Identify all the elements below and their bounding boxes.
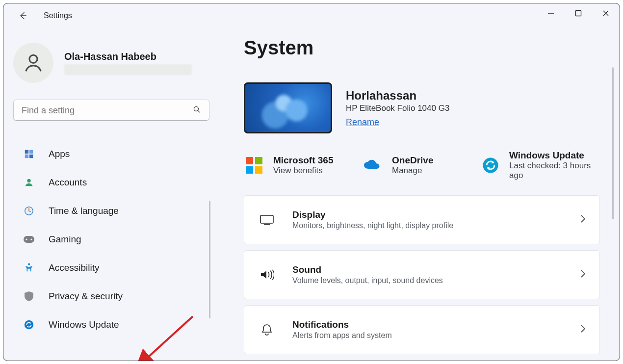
sidebar: Ola-Hassan Habeeb Apps — [3, 28, 229, 361]
search-icon — [192, 105, 201, 116]
svg-point-18 — [483, 157, 498, 173]
search-field[interactable] — [13, 100, 209, 121]
desktop-wallpaper-thumbnail — [244, 82, 332, 133]
display-icon — [258, 214, 276, 225]
card-sound[interactable]: Sound Volume levels, output, input, soun… — [244, 250, 600, 299]
card-subtitle: Volume levels, output, input, sound devi… — [292, 276, 563, 285]
avatar — [13, 43, 53, 83]
card-title: Display — [292, 209, 563, 220]
tile-windows-update[interactable]: Windows Update Last checked: 3 hours ago — [481, 150, 600, 181]
svg-rect-4 — [29, 150, 33, 154]
sidebar-item-time-language[interactable]: Time & language — [13, 199, 219, 223]
user-email-redacted — [64, 64, 192, 75]
tile-title: Windows Update — [509, 150, 600, 161]
apps-icon — [22, 147, 36, 161]
window-controls — [537, 3, 620, 23]
update-icon — [481, 155, 500, 176]
window-title: Settings — [44, 11, 72, 20]
device-summary[interactable]: Horlahassan HP EliteBook Folio 1040 G3 R… — [244, 82, 600, 133]
svg-point-12 — [28, 263, 30, 265]
microsoft-logo-icon — [244, 155, 264, 176]
bell-icon — [258, 323, 276, 336]
svg-rect-17 — [255, 166, 262, 174]
sidebar-item-label: Time & language — [49, 206, 119, 216]
svg-rect-14 — [246, 157, 253, 164]
svg-point-11 — [30, 238, 32, 240]
sidebar-item-label: Accounts — [49, 177, 87, 188]
sidebar-item-label: Windows Update — [49, 319, 119, 330]
minimize-icon — [547, 10, 554, 17]
svg-point-7 — [27, 179, 30, 182]
card-subtitle: Alerts from apps and system — [292, 331, 563, 340]
svg-rect-19 — [260, 215, 273, 223]
svg-rect-0 — [576, 11, 581, 16]
card-notifications[interactable]: Notifications Alerts from apps and syste… — [244, 305, 600, 354]
svg-point-10 — [26, 238, 27, 240]
card-display[interactable]: Display Monitors, brightness, night ligh… — [244, 195, 600, 244]
maximize-button[interactable] — [565, 3, 592, 23]
settings-cards: Display Monitors, brightness, night ligh… — [244, 195, 600, 354]
tile-onedrive[interactable]: OneDrive Manage — [363, 150, 461, 181]
titlebar: Settings — [3, 3, 620, 28]
sidebar-item-accounts[interactable]: Accounts — [13, 170, 219, 195]
back-button[interactable] — [13, 6, 33, 26]
card-title: Notifications — [292, 319, 563, 330]
sidebar-item-label: Accessibility — [49, 262, 99, 273]
rename-link[interactable]: Rename — [346, 117, 449, 128]
search-input[interactable] — [21, 105, 202, 116]
sidebar-item-accessibility[interactable]: Accessibility — [13, 256, 219, 280]
user-icon — [22, 52, 45, 74]
sidebar-item-gaming[interactable]: Gaming — [13, 227, 219, 252]
svg-rect-3 — [25, 150, 28, 154]
chevron-right-icon — [580, 269, 586, 280]
sidebar-item-privacy-security[interactable]: Privacy & security — [13, 284, 219, 309]
page-title: System — [244, 37, 600, 59]
user-account-row[interactable]: Ola-Hassan Habeeb — [13, 43, 219, 83]
svg-point-2 — [194, 106, 198, 111]
gamepad-icon — [22, 233, 36, 246]
sidebar-item-apps[interactable]: Apps — [13, 142, 219, 166]
device-name: Horlahassan — [346, 89, 449, 103]
svg-rect-15 — [255, 157, 262, 164]
sidebar-item-windows-update[interactable]: Windows Update — [13, 312, 219, 337]
settings-window: Settings Ola-Hassan Habeeb — [3, 3, 620, 361]
user-name: Ola-Hassan Habeeb — [64, 51, 219, 62]
sidebar-scrollbar[interactable] — [209, 201, 210, 318]
sound-icon — [258, 269, 276, 281]
main-panel: System Horlahassan HP EliteBook Folio 10… — [229, 28, 620, 361]
sidebar-item-label: Privacy & security — [49, 291, 123, 302]
device-model: HP EliteBook Folio 1040 G3 — [346, 104, 449, 113]
sidebar-item-label: Gaming — [49, 234, 81, 245]
svg-point-13 — [25, 320, 33, 329]
minimize-button[interactable] — [537, 3, 565, 23]
accounts-icon — [22, 176, 36, 189]
chevron-right-icon — [580, 324, 586, 335]
nav-list: Apps Accounts Time & language — [13, 142, 219, 337]
accessibility-icon — [22, 261, 36, 275]
update-icon — [22, 318, 36, 332]
svg-rect-9 — [24, 236, 34, 243]
main-scrollbar[interactable] — [612, 67, 614, 219]
shield-icon — [22, 289, 36, 303]
clock-globe-icon — [22, 204, 36, 218]
tile-subtitle: Last checked: 3 hours ago — [509, 161, 600, 181]
svg-rect-6 — [29, 155, 33, 158]
sidebar-item-label: Apps — [49, 149, 70, 159]
arrow-left-icon — [18, 11, 28, 21]
quick-tiles-row: Microsoft 365 View benefits OneDrive Man… — [244, 150, 600, 181]
svg-rect-16 — [246, 166, 253, 174]
tile-subtitle: View benefits — [273, 166, 333, 176]
tile-title: Microsoft 365 — [273, 155, 333, 166]
onedrive-icon — [363, 155, 383, 176]
tile-title: OneDrive — [392, 155, 433, 166]
tile-subtitle: Manage — [392, 166, 433, 176]
card-subtitle: Monitors, brightness, night light, displ… — [292, 221, 563, 230]
svg-rect-5 — [25, 155, 28, 158]
svg-point-1 — [29, 55, 37, 63]
chevron-right-icon — [580, 214, 586, 225]
maximize-icon — [575, 10, 582, 17]
card-title: Sound — [292, 264, 563, 275]
close-icon — [602, 10, 609, 17]
tile-microsoft-365[interactable]: Microsoft 365 View benefits — [244, 150, 342, 181]
close-button[interactable] — [592, 3, 620, 23]
